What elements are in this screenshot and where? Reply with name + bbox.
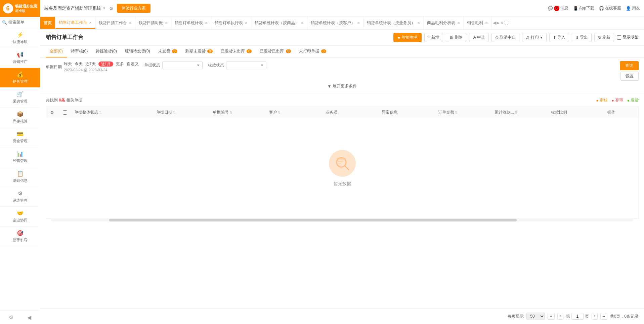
system-title-dropdown[interactable]: 装备及固定资产辅助管理系统 ▼ — [44, 5, 106, 11]
sort-icon[interactable]: ⇅ — [99, 111, 102, 114]
th-checkbox[interactable] — [58, 110, 72, 115]
select-all-checkbox[interactable] — [63, 110, 67, 115]
sidebar-item-purchase[interactable]: 🛒 采购管理 — [0, 88, 40, 108]
tab-close-icon[interactable]: ✕ — [205, 21, 208, 25]
tab-close-icon[interactable]: ✕ — [89, 21, 92, 25]
message-action[interactable]: 💬 6 消息 — [548, 5, 568, 11]
tab-home[interactable]: 首页 — [40, 17, 55, 29]
approve-button[interactable]: ● 审核 — [596, 97, 607, 103]
subtab-pending-review[interactable]: 待审核(0) — [67, 46, 92, 57]
sidebar-item-system[interactable]: ⚙ 系统管理 — [0, 187, 40, 207]
import-button[interactable]: ⬆ 导入 — [549, 33, 569, 42]
tab-sales-order-exec[interactable]: 销售订单执行表 ✕ — [211, 17, 251, 29]
reject-button[interactable]: ● 弃审 — [612, 97, 623, 103]
tab-next-icon[interactable]: ▶ — [497, 21, 500, 25]
sidebar-item-cooperation[interactable]: 🤝 企业协同 — [0, 207, 40, 227]
query-button[interactable]: 查询 — [620, 61, 639, 70]
subtab-not-printed[interactable]: 未打印单据 0 — [295, 46, 330, 57]
sidebar-item-base-info[interactable]: 📋 基础信息 — [0, 167, 40, 187]
search-menu-item[interactable]: 🔍 搜索菜单 — [0, 17, 40, 28]
tab-sales-profit[interactable]: 销售毛利 ✕ — [464, 17, 491, 29]
subtab-pending-check[interactable]: 待拣验货(0) — [92, 46, 121, 57]
print-icon: 🖨 — [526, 35, 530, 40]
date-opt-more[interactable]: 更多 — [116, 61, 124, 67]
refresh-button[interactable]: ↻ 刷新 — [594, 33, 614, 42]
smart-create-button[interactable]: ★ 智能生单 — [393, 33, 422, 42]
sidebar-item-operations[interactable]: 📊 经营管理 — [0, 147, 40, 167]
date-opt-today[interactable]: 今天 — [75, 61, 83, 67]
subtab-shipped-warehoused[interactable]: 已发货已出库 0 — [256, 46, 295, 57]
date-opt-custom[interactable]: 自定义 — [127, 61, 139, 67]
expand-more-btn[interactable]: ▼ 展开更多条件 — [46, 82, 639, 90]
date-opt-last1month[interactable]: 近1月 — [98, 62, 113, 67]
print-button[interactable]: 🖨 打印 ▼ — [522, 33, 547, 42]
column-settings-icon[interactable]: ⚙ — [50, 110, 54, 115]
tab-close-icon[interactable]: ✕ — [245, 21, 248, 25]
last-page-btn[interactable]: » — [600, 313, 607, 320]
export-button[interactable]: ⬇ 导出 — [572, 33, 592, 42]
tab-cash-daily[interactable]: 钱货日清工作台 ✕ — [95, 17, 135, 29]
page-number-input[interactable] — [571, 313, 584, 320]
industry-btn[interactable]: 体验行业方案 — [117, 4, 151, 13]
subtab-all[interactable]: 全部(0) — [46, 46, 67, 57]
sidebar-item-finance[interactable]: 💳 资金管理 — [0, 127, 40, 147]
cancel-suspend-button[interactable]: ⊙ 取消中止 — [491, 33, 519, 42]
sort-icon[interactable]: ⇅ — [173, 111, 176, 114]
tab-fullscreen-icon[interactable]: ⛶ — [504, 21, 508, 25]
settings-icon[interactable]: ⚙ — [9, 314, 13, 321]
tab-sales-order-stats[interactable]: 销售订单统计表 ✕ — [171, 17, 211, 29]
page-size-select[interactable]: 50 100 200 — [526, 313, 545, 320]
horizontal-scrollbar[interactable] — [51, 219, 633, 221]
date-opt-yesterday[interactable]: 昨天 — [64, 61, 72, 67]
tab-close-icon[interactable]: ✕ — [357, 21, 360, 25]
sidebar-item-marketing[interactable]: 📢 营销推广 — [0, 48, 40, 68]
topbar-settings-icon[interactable]: ⚙ — [109, 6, 114, 11]
tab-product-margin[interactable]: 商品毛利分析表 ✕ — [424, 17, 464, 29]
tab-label: 销货单统计表（按客户） — [311, 20, 355, 26]
subtab-shipped-not-warehoused[interactable]: 已发货未出库 0 — [217, 46, 256, 57]
sort-icon[interactable]: ⇅ — [229, 111, 232, 114]
tab-close-icon[interactable]: ✕ — [457, 21, 460, 25]
status-select[interactable] — [162, 61, 203, 69]
app-download-action[interactable]: 📱 App下载 — [573, 5, 594, 11]
prev-page-btn[interactable]: ‹ — [557, 313, 563, 320]
tab-close-icon[interactable]: ✕ — [129, 21, 132, 25]
tab-cash-reconcile[interactable]: 钱货日清对账 ✕ — [135, 17, 171, 29]
tab-sale-stats-product[interactable]: 销货单统计表（按商品） ✕ — [251, 17, 307, 29]
set-button[interactable]: 设置 — [620, 72, 639, 81]
tab-close-icon[interactable]: ✕ — [417, 21, 420, 25]
collapse-icon[interactable]: ◀ — [27, 314, 31, 321]
tab-close-icon[interactable]: ✕ — [301, 21, 304, 25]
show-detail-checkbox-label[interactable]: 显示明细 — [617, 35, 639, 40]
scroll-thumb[interactable] — [109, 219, 517, 221]
suspend-button[interactable]: ⊗ 中止 — [469, 33, 489, 42]
sidebar-item-guide[interactable]: 🎯 新手引导 — [0, 227, 40, 246]
sort-icon[interactable]: ⇅ — [455, 111, 458, 114]
delete-button[interactable]: 🗑 删除 — [446, 33, 466, 42]
show-detail-checkbox[interactable] — [617, 35, 621, 40]
tab-close-all-icon[interactable]: ✕ — [500, 21, 504, 25]
new-button[interactable]: + 新增 — [424, 33, 443, 42]
sidebar-item-inventory[interactable]: 📦 库存核算 — [0, 108, 40, 127]
next-page-btn[interactable]: › — [592, 313, 598, 320]
subtab-not-shipped[interactable]: 未发货 0 — [154, 46, 181, 57]
subtab-expired-not-shipped[interactable]: 到期未发货 0 — [181, 46, 217, 57]
sort-icon[interactable]: ⇅ — [278, 111, 281, 114]
tab-close-icon[interactable]: ✕ — [165, 21, 168, 25]
date-opt-last7[interactable]: 近7天 — [85, 61, 96, 67]
th-settings[interactable]: ⚙ — [46, 110, 58, 115]
user-action[interactable]: 👤 用友 — [626, 5, 640, 11]
tab-sale-stats-staff[interactable]: 销货单统计表（按业务员） ✕ — [363, 17, 424, 29]
online-service-action[interactable]: 🎧 在线客服 — [599, 5, 621, 11]
collect-select[interactable] — [226, 61, 266, 69]
tab-sale-stats-customer[interactable]: 销货单统计表（按客户） ✕ — [307, 17, 363, 29]
subtab-wangpu[interactable]: 旺铺待发货(0) — [121, 46, 154, 57]
dispatch-button[interactable]: ● 发货 — [627, 97, 639, 103]
first-page-btn[interactable]: « — [548, 313, 555, 320]
sidebar-item-quick-nav[interactable]: ⚡ 快捷导航 — [0, 28, 40, 48]
sort-icon[interactable]: ⇅ — [515, 111, 517, 114]
tab-close-icon[interactable]: ✕ — [485, 21, 488, 25]
sidebar-item-sales[interactable]: 💰 销售管理 — [0, 68, 40, 88]
tab-prev-icon[interactable]: ◀ — [493, 21, 496, 25]
tab-sales-order-workbench[interactable]: 销售订单工作台 ✕ — [55, 17, 95, 29]
